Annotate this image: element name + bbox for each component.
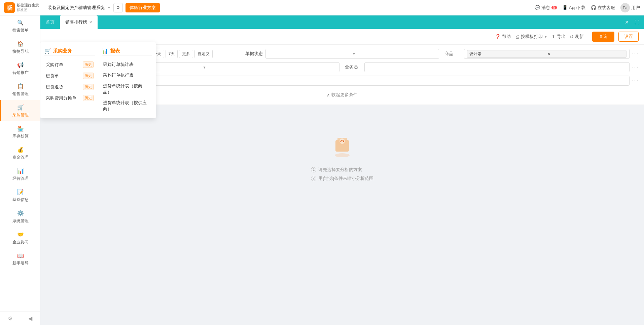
refresh-icon: ↺ bbox=[570, 34, 574, 39]
sidebar-settings-btn[interactable]: ⚙ bbox=[8, 315, 12, 322]
tab-close-icon[interactable]: ✕ bbox=[89, 20, 92, 25]
salesperson-more-btn[interactable]: ··· bbox=[632, 64, 639, 70]
page-inner: ❓ 帮助 🖨 按模板打印 ▼ ⬆ 导出 ↺ 刷新 查询 设置 bbox=[40, 29, 644, 210]
empty-tip-2: 2 用[过滤]条件来缩小分析范围 bbox=[311, 174, 373, 183]
empty-illustration bbox=[329, 132, 356, 159]
sidebar-label-inventory: 库存核算 bbox=[12, 133, 29, 139]
purchase-report-item-2[interactable]: 进货单统计表（按商品） bbox=[102, 81, 152, 97]
purchase-report-item-1[interactable]: 采购订单执行表 bbox=[102, 70, 152, 81]
bill-status-filter: 单据状态 ▼ bbox=[245, 49, 439, 59]
gear-button[interactable]: ⚙ bbox=[113, 3, 123, 12]
goods-select[interactable]: 设计素 ✕ bbox=[464, 49, 629, 59]
purchase-report-col: 📊 报表 采购订单统计表采购订单执行表进货单统计表（按商品）进货单统计表（按供应… bbox=[102, 46, 152, 114]
sidebar-item-enterprise[interactable]: 🤝 企业协同 bbox=[0, 227, 40, 248]
purchase-report-item-3[interactable]: 进货单统计表（按供应商） bbox=[102, 97, 152, 114]
sidebar-label-marketing: 营销推广 bbox=[12, 70, 29, 76]
user-item[interactable]: Ea 用户 bbox=[620, 3, 640, 12]
sidebar-item-purchase[interactable]: 🛒 采购管理 bbox=[0, 100, 40, 121]
salesperson-label: 业务员 bbox=[345, 64, 362, 70]
sidebar-item-basic[interactable]: 📝 基础信息 bbox=[0, 185, 40, 206]
business-col-icon: 🛒 bbox=[44, 48, 51, 54]
logo-name: 畅捷通好生意 bbox=[17, 3, 39, 7]
purchase-business-col: 🛒 采购业务 采购订单 历史 进货单 历史 进货退货 历史 采购费用分摊单 历史 bbox=[44, 46, 95, 114]
online-service-label: 在线客服 bbox=[598, 5, 615, 11]
time-filter-7days[interactable]: 7天 bbox=[166, 50, 178, 58]
time-filter-more[interactable]: 更多 bbox=[179, 50, 193, 58]
top-header: 畅 畅捷通好生意 标准版 装备及固定资产辅助管理系统 ▼ ⚙ 体验行业方案 💬 … bbox=[0, 0, 644, 15]
purchase-dropdown-menu: 🛒 采购业务 采购订单 历史 进货单 历史 进货退货 历史 采购费用分摊单 历史… bbox=[40, 42, 156, 118]
customer-more-btn[interactable]: ··· bbox=[632, 78, 639, 84]
refresh-btn[interactable]: ↺ 刷新 bbox=[570, 34, 584, 40]
tabs-right-controls: ✕ ⛶ bbox=[622, 18, 644, 27]
collapse-icon: ∧ bbox=[327, 92, 330, 97]
sidebar-item-inventory[interactable]: 🏪 库存核算 bbox=[0, 121, 40, 143]
bill-status-label: 单据状态 bbox=[245, 51, 263, 57]
sidebar-item-marketing[interactable]: 📢 营销推广 bbox=[0, 58, 40, 79]
sidebar-label-system: 系统管理 bbox=[12, 218, 29, 224]
report-col-icon: 📊 bbox=[102, 48, 108, 54]
sidebar-item-sales[interactable]: 📋 销售管理 bbox=[0, 79, 40, 100]
purchase-biz-item-3[interactable]: 采购费用分摊单 历史 bbox=[44, 92, 95, 104]
message-label: 消息 bbox=[541, 5, 550, 11]
help-icon: ❓ bbox=[495, 34, 501, 39]
goods-more-btn[interactable]: ··· bbox=[632, 51, 639, 57]
history-tag-biz-3: 历史 bbox=[83, 95, 94, 101]
industry-button[interactable]: 体验行业方案 bbox=[126, 3, 160, 12]
sidebar-item-finance[interactable]: 💰 资金管理 bbox=[0, 143, 40, 164]
sidebar-label-sales: 销售管理 bbox=[12, 91, 29, 97]
sidebar-item-quick-nav[interactable]: 🏠 快捷导航 bbox=[0, 37, 40, 58]
time-filter-custom[interactable]: 自定义 bbox=[194, 50, 213, 58]
salesperson-select[interactable] bbox=[364, 62, 630, 72]
tab-home[interactable]: 首页 bbox=[40, 15, 60, 29]
search-icon: 🔍 bbox=[17, 19, 24, 26]
sidebar-collapse-btn[interactable]: ◀ bbox=[28, 315, 32, 322]
tab-sales-ranking[interactable]: 销售排行榜 ✕ bbox=[60, 15, 98, 29]
message-icon: 💬 bbox=[535, 5, 540, 10]
marketing-icon: 📢 bbox=[17, 61, 24, 69]
goods-tag-close[interactable]: ✕ bbox=[547, 52, 624, 56]
finance-icon: 💰 bbox=[17, 146, 24, 153]
app-download-item[interactable]: 📱 App下载 bbox=[562, 5, 585, 11]
empty-tip-1: 1 请先选择要分析的方案 bbox=[311, 165, 373, 174]
tab-maximize-btn[interactable]: ⛶ bbox=[633, 18, 641, 27]
salesperson-filter: 业务员 ··· bbox=[345, 62, 639, 72]
message-badge: 5 bbox=[551, 6, 557, 9]
user-avatar: Ea bbox=[620, 3, 630, 12]
goods-filter: 商品 设计素 ✕ ··· bbox=[444, 49, 639, 59]
sidebar-label-search: 搜索菜单 bbox=[12, 28, 29, 33]
sidebar-item-system[interactable]: ⚙️ 系统管理 bbox=[0, 206, 40, 227]
sidebar-item-guide[interactable]: 📖 新手引导 bbox=[0, 248, 40, 270]
inventory-icon: 🏪 bbox=[17, 125, 24, 132]
print-btn[interactable]: 🖨 按模板打印 ▼ bbox=[515, 34, 547, 40]
sidebar-item-search[interactable]: 🔍 搜索菜单 bbox=[0, 15, 40, 37]
goods-label: 商品 bbox=[444, 51, 461, 57]
settings-button[interactable]: 设置 bbox=[618, 32, 639, 42]
mobile-icon: 📱 bbox=[562, 5, 568, 10]
sidebar-label-operations: 经营管理 bbox=[12, 176, 29, 181]
sidebar-label-enterprise: 企业协同 bbox=[12, 239, 29, 245]
purchase-report-header: 📊 报表 bbox=[102, 46, 152, 56]
print-icon: 🖨 bbox=[515, 34, 520, 39]
history-tag-biz-0: 历史 bbox=[83, 62, 94, 68]
empty-tips: 1 请先选择要分析的方案 2 用[过滤]条件来缩小分析范围 bbox=[311, 165, 373, 183]
online-service-item[interactable]: 🎧 在线客服 bbox=[591, 5, 615, 11]
sidebar-item-operations[interactable]: 📊 经营管理 bbox=[0, 164, 40, 185]
export-btn[interactable]: ⬆ 导出 bbox=[551, 34, 566, 40]
app-download-label: App下载 bbox=[569, 5, 585, 11]
history-tag-biz-1: 历史 bbox=[83, 73, 94, 79]
purchase-biz-item-0[interactable]: 采购订单 历史 bbox=[44, 59, 95, 70]
rank-item-arrow: ▼ bbox=[203, 66, 337, 69]
svg-point-0 bbox=[335, 153, 350, 157]
bill-status-select[interactable]: ▼ bbox=[265, 49, 439, 59]
sidebar-label-guide: 新手引导 bbox=[12, 260, 29, 266]
empty-state: 1 请先选择要分析的方案 2 用[过滤]条件来缩小分析范围 bbox=[40, 105, 644, 210]
purchase-report-item-0[interactable]: 采购订单统计表 bbox=[102, 59, 152, 70]
tab-close-all-btn[interactable]: ✕ bbox=[622, 18, 631, 27]
system-dropdown-arrow[interactable]: ▼ bbox=[107, 6, 111, 9]
message-item[interactable]: 💬 消息 5 bbox=[535, 5, 557, 11]
query-button[interactable]: 查询 bbox=[592, 32, 614, 42]
svg-point-5 bbox=[343, 141, 344, 142]
help-btn[interactable]: ❓ 帮助 bbox=[495, 34, 511, 40]
purchase-biz-item-2[interactable]: 进货退货 历史 bbox=[44, 81, 95, 92]
purchase-biz-item-1[interactable]: 进货单 历史 bbox=[44, 70, 95, 81]
